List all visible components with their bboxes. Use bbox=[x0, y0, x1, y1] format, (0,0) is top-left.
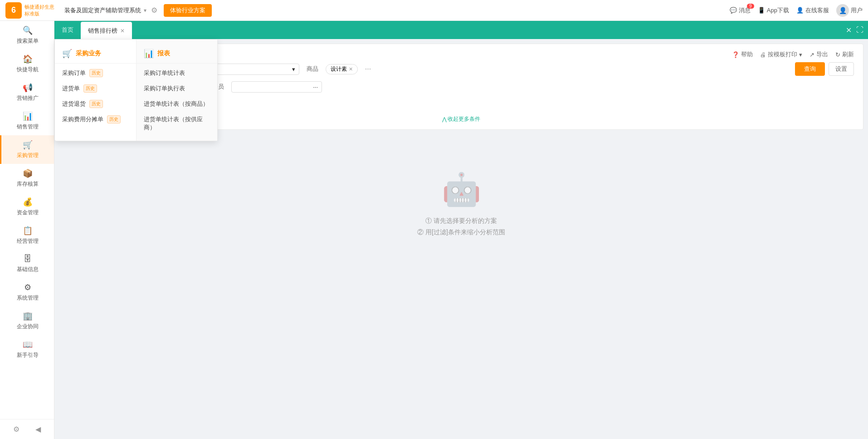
search-icon: 🔍 bbox=[23, 25, 33, 35]
sidebar-item-quick[interactable]: 🏠 快捷导航 bbox=[0, 49, 54, 78]
tab-maximize-icon[interactable]: ⛶ bbox=[856, 26, 863, 34]
sidebar-item-marketing[interactable]: 📢 营销推广 bbox=[0, 78, 54, 107]
dropdown-label-purchase-fee: 采购费用分摊单 bbox=[62, 115, 103, 123]
settings-icon[interactable]: ⚙ bbox=[151, 6, 157, 15]
bottom-collapse-icon[interactable]: ◀ bbox=[35, 425, 41, 434]
purchase-dropdown-menu: 🛒 采购业务 采购订单 历史 进货单 历史 进货退货 历史 采购费用分摊单 历史… bbox=[54, 39, 218, 141]
sidebar-label-enterprise: 企业协同 bbox=[17, 323, 39, 330]
sidebar-label-finance: 资金管理 bbox=[17, 209, 39, 217]
sidebar-item-enterprise[interactable]: 🏢 企业协同 bbox=[0, 306, 54, 335]
tab-home[interactable]: 首页 bbox=[54, 21, 81, 39]
hist-badge-purchase-order: 历史 bbox=[89, 69, 103, 77]
dropdown-item-purchase-order[interactable]: 采购订单 历史 bbox=[55, 65, 136, 81]
industry-button[interactable]: 体验行业方案 bbox=[164, 4, 212, 17]
sidebar-label-purchase: 采购管理 bbox=[17, 152, 39, 159]
system-name-area: 装备及固定资产辅助管理系统 ▾ ⚙ 体验行业方案 bbox=[64, 4, 725, 17]
dropdown-item-instock[interactable]: 进货单 历史 bbox=[55, 81, 136, 96]
sidebar-label-basic: 基础信息 bbox=[17, 266, 39, 273]
bottom-settings-icon[interactable]: ⚙ bbox=[13, 425, 20, 434]
dropdown-item-purchase-fee[interactable]: 采购费用分摊单 历史 bbox=[55, 112, 136, 127]
purchase-header-icon: 🛒 bbox=[62, 49, 72, 59]
dropdown-label-purchase-order: 采购订单 bbox=[62, 69, 86, 77]
tab-close-icon[interactable]: ✕ bbox=[120, 28, 125, 34]
sidebar-label-inventory: 库存核算 bbox=[17, 180, 39, 188]
dropdown-label-instock-return: 进货退货 bbox=[62, 100, 86, 108]
dropdown-label-instock: 进货单 bbox=[62, 84, 80, 93]
dropdown-item-instock-stat-supplier[interactable]: 进货单统计表（按供应商） bbox=[137, 112, 218, 135]
report-column: 📊 报表 采购订单统计表 采购订单执行表 进货单统计表（按商品） 进货单统计表（… bbox=[136, 39, 218, 141]
sidebar-label-sales: 销售管理 bbox=[17, 123, 39, 131]
topbar: 6 畅捷通好生意 标准版 装备及固定资产辅助管理系统 ▾ ⚙ 体验行业方案 💬 … bbox=[0, 0, 868, 21]
message-badge: 9 bbox=[747, 4, 754, 9]
sidebar-item-basic[interactable]: 🗄 基础信息 bbox=[0, 250, 54, 278]
dropdown-item-purchase-order-stat[interactable]: 采购订单统计表 bbox=[137, 65, 218, 81]
dropdown-label-purchase-order-stat: 采购订单统计表 bbox=[144, 69, 185, 77]
operation-icon: 📋 bbox=[23, 226, 33, 236]
tabbar-right: ✕ ⛶ bbox=[846, 26, 868, 35]
basic-icon: 🗄 bbox=[24, 254, 32, 264]
app-download-button[interactable]: 📱 App下载 bbox=[758, 6, 789, 15]
enterprise-icon: 🏢 bbox=[23, 311, 33, 321]
sidebar-item-newbie[interactable]: 📖 新手引导 bbox=[0, 335, 54, 364]
service-icon: 👤 bbox=[796, 7, 804, 14]
sidebar-item-inventory[interactable]: 📦 库存核算 bbox=[0, 164, 54, 192]
purchase-column: 🛒 采购业务 采购订单 历史 进货单 历史 进货退货 历史 采购费用分摊单 历史 bbox=[55, 39, 136, 141]
sidebar-item-search[interactable]: 🔍 搜索菜单 bbox=[0, 21, 54, 49]
tab-sales-rank[interactable]: 销售排行榜 ✕ bbox=[81, 22, 132, 40]
hist-badge-instock: 历史 bbox=[83, 84, 97, 93]
dropdown-item-instock-stat-goods[interactable]: 进货单统计表（按商品） bbox=[137, 96, 218, 112]
mobile-icon: 📱 bbox=[758, 7, 765, 14]
dropdown-label-instock-stat-goods: 进货单统计表（按商品） bbox=[144, 100, 209, 108]
newbie-icon: 📖 bbox=[23, 340, 33, 350]
user-label: 用户 bbox=[851, 6, 863, 15]
tab-home-label: 首页 bbox=[62, 26, 73, 34]
dropdown-item-purchase-order-exec[interactable]: 采购订单执行表 bbox=[137, 81, 218, 96]
marketing-icon: 📢 bbox=[23, 83, 33, 93]
logo-icon: 6 bbox=[5, 2, 22, 19]
report-header-title: 报表 bbox=[157, 49, 170, 58]
sales-icon: 📊 bbox=[23, 111, 33, 121]
finance-icon: 💰 bbox=[23, 197, 33, 207]
sidebar-bottom: ⚙ ◀ bbox=[0, 419, 54, 439]
message-button[interactable]: 💬 消息 9 bbox=[730, 6, 751, 15]
logo-area: 6 畅捷通好生意 标准版 bbox=[5, 2, 60, 19]
sidebar-label-quick: 快捷导航 bbox=[17, 66, 39, 74]
topbar-right: 💬 消息 9 📱 App下载 👤 在线客服 👤 用户 bbox=[730, 4, 863, 17]
sidebar-item-purchase[interactable]: 🛒 采购管理 bbox=[0, 135, 54, 164]
system-icon: ⚙ bbox=[24, 282, 31, 292]
online-service-button[interactable]: 👤 在线客服 bbox=[796, 6, 829, 15]
purchase-column-header: 🛒 采购业务 bbox=[55, 45, 136, 64]
avatar: 👤 bbox=[836, 4, 849, 17]
purchase-icon: 🛒 bbox=[23, 140, 33, 150]
tab-sales-rank-label: 销售排行榜 bbox=[88, 27, 117, 35]
report-header-icon: 📊 bbox=[144, 49, 154, 59]
tabbar: 首页 销售排行榜 ✕ ✕ ⛶ bbox=[54, 21, 868, 39]
sidebar-label-system: 系统管理 bbox=[17, 294, 39, 302]
sidebar-label-operation: 经营管理 bbox=[17, 237, 39, 245]
dropdown-item-instock-return[interactable]: 进货退货 历史 bbox=[55, 96, 136, 112]
sidebar-label-marketing: 营销推广 bbox=[17, 94, 39, 102]
sidebar-item-finance[interactable]: 💰 资金管理 bbox=[0, 192, 54, 221]
logo-text: 畅捷通好生意 标准版 bbox=[24, 4, 54, 17]
app-download-label: App下载 bbox=[767, 6, 789, 15]
sidebar-label-newbie: 新手引导 bbox=[17, 351, 39, 359]
hist-badge-purchase-fee: 历史 bbox=[107, 115, 121, 123]
sidebar-item-sales[interactable]: 📊 销售管理 bbox=[0, 107, 54, 135]
dropdown-label-purchase-order-exec: 采购订单执行表 bbox=[144, 84, 185, 93]
hist-badge-instock-return: 历史 bbox=[89, 100, 103, 108]
online-service-label: 在线客服 bbox=[805, 6, 829, 15]
dropdown-label-instock-stat-supplier: 进货单统计表（按供应商） bbox=[144, 115, 210, 132]
inventory-icon: 📦 bbox=[23, 168, 33, 178]
home-icon: 🏠 bbox=[23, 54, 33, 64]
tab-close-all-icon[interactable]: ✕ bbox=[846, 26, 852, 35]
sidebar-item-system[interactable]: ⚙ 系统管理 bbox=[0, 278, 54, 306]
sidebar-label-search: 搜索菜单 bbox=[17, 37, 39, 45]
report-column-header: 📊 报表 bbox=[137, 45, 218, 64]
message-icon: 💬 bbox=[730, 7, 737, 14]
purchase-header-title: 采购业务 bbox=[76, 49, 101, 58]
sidebar: 🔍 搜索菜单 🏠 快捷导航 📢 营销推广 📊 销售管理 🛒 采购管理 📦 库存核… bbox=[0, 21, 54, 439]
system-dropdown-icon[interactable]: ▾ bbox=[144, 7, 146, 14]
system-name: 装备及固定资产辅助管理系统 bbox=[64, 6, 141, 15]
sidebar-item-operation[interactable]: 📋 经营管理 bbox=[0, 221, 54, 250]
user-button[interactable]: 👤 用户 bbox=[836, 4, 863, 17]
